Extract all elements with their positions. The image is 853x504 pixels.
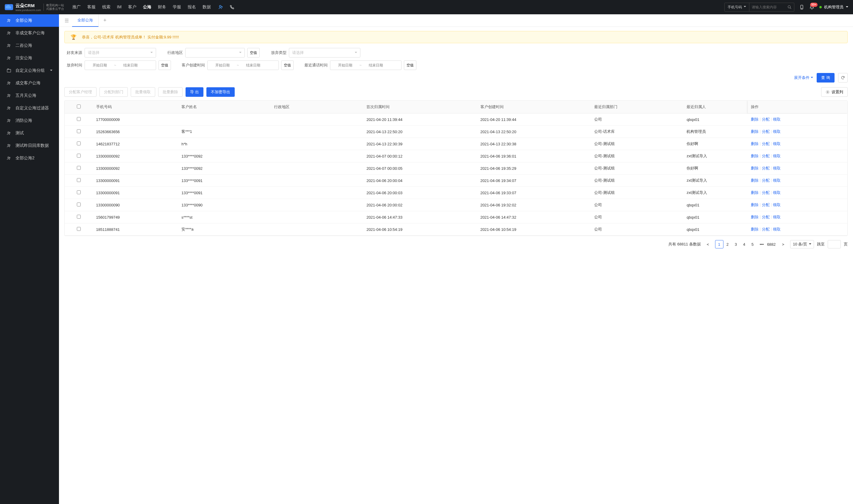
op-assign[interactable]: 分配 (762, 190, 769, 195)
table-row[interactable]: 15263663656客***12021-04-13 22:50:202021-… (65, 126, 847, 138)
sidebar-item-4[interactable]: 自定义公海分组 (0, 64, 59, 77)
page-next[interactable]: > (779, 240, 787, 248)
mobile-icon[interactable] (799, 4, 804, 10)
tab-all-public[interactable]: 全部公海 (72, 14, 98, 27)
op-delete[interactable]: 删除 (751, 178, 759, 183)
op-claim[interactable]: 领取 (773, 154, 781, 159)
user-menu[interactable]: 机构管理员 (819, 4, 848, 10)
page-number[interactable]: 4 (740, 240, 748, 248)
nav-item-4[interactable]: 客户 (128, 4, 137, 10)
table-row[interactable]: 13300000090133****00902021-04-06 20:00:0… (65, 199, 847, 211)
row-checkbox[interactable] (77, 202, 81, 206)
op-assign[interactable]: 分配 (762, 166, 769, 171)
table-row[interactable]: 13300000091133****00912021-04-06 20:00:0… (65, 187, 847, 199)
page-number[interactable]: 1 (715, 240, 723, 248)
row-checkbox[interactable] (77, 129, 81, 133)
page-last[interactable]: 6882 (767, 240, 776, 248)
refresh-button[interactable] (838, 73, 848, 83)
nav-item-6[interactable]: 财务 (158, 4, 166, 10)
nav-item-3[interactable]: IM (117, 4, 122, 10)
op-claim[interactable]: 领取 (773, 166, 781, 171)
abandon-time-range[interactable]: ~ (85, 60, 156, 70)
export-plain-button[interactable]: 不加密导出 (206, 87, 235, 97)
sidebar-item-8[interactable]: 消防公海 (0, 114, 59, 127)
op-claim[interactable]: 领取 (773, 129, 781, 134)
sidebar-item-2[interactable]: 二咨公海 (0, 39, 59, 52)
friend-source-select[interactable]: 请选择 (85, 48, 156, 57)
search-type-select[interactable]: 手机号码 (725, 3, 749, 11)
date-end-input[interactable] (364, 63, 388, 67)
op-delete[interactable]: 删除 (751, 202, 759, 208)
last-call-range[interactable]: ~ (330, 60, 401, 70)
abandon-type-select[interactable]: 请选择 (289, 48, 360, 57)
sidebar-item-3[interactable]: 注安公海 (0, 52, 59, 64)
sidebar-item-6[interactable]: 五月天公海 (0, 89, 59, 102)
assign-manager-button[interactable]: 分配客户经理 (64, 87, 96, 97)
date-end-input[interactable] (119, 63, 142, 67)
op-delete[interactable]: 删除 (751, 117, 759, 122)
page-prev[interactable]: < (704, 240, 712, 248)
nav-item-7[interactable]: 学服 (173, 4, 181, 10)
nav-item-2[interactable]: 线索 (102, 4, 110, 10)
op-claim[interactable]: 领取 (773, 141, 781, 147)
abandon-time-null-button[interactable]: 空值 (159, 60, 171, 70)
last-call-null-button[interactable]: 空值 (404, 60, 416, 70)
row-checkbox[interactable] (77, 215, 81, 219)
op-claim[interactable]: 领取 (773, 202, 781, 208)
create-time-null-button[interactable]: 空值 (281, 60, 294, 70)
op-claim[interactable]: 领取 (773, 190, 781, 195)
nav-item-8[interactable]: 报名 (188, 4, 196, 10)
op-delete[interactable]: 删除 (751, 154, 759, 159)
op-claim[interactable]: 领取 (773, 178, 781, 183)
page-size-select[interactable]: 10 条/页 (790, 240, 814, 248)
op-assign[interactable]: 分配 (762, 227, 769, 232)
op-claim[interactable]: 领取 (773, 227, 781, 232)
date-start-input[interactable] (88, 63, 112, 67)
nav-item-5[interactable]: 公海 (143, 4, 151, 10)
op-assign[interactable]: 分配 (762, 154, 769, 159)
sidebar-item-10[interactable]: 测试昨日回库数据 (0, 139, 59, 152)
row-checkbox[interactable] (77, 227, 81, 231)
sidebar-item-1[interactable]: 非成交客户公海 (0, 27, 59, 39)
page-jump-input[interactable] (828, 240, 841, 248)
table-row[interactable]: 14621837712h*h2021-04-13 22:30:392021-04… (65, 138, 847, 150)
tab-add-button[interactable]: + (98, 17, 111, 23)
op-claim[interactable]: 领取 (773, 117, 781, 122)
sidebar-item-11[interactable]: 全部公海2 (0, 152, 59, 164)
row-checkbox[interactable] (77, 154, 81, 158)
batch-delete-button[interactable]: 批量删除 (158, 87, 183, 97)
expand-filters-link[interactable]: 展开条件 (794, 75, 813, 80)
sidebar-item-0[interactable]: 全部公海 (0, 14, 59, 27)
row-checkbox[interactable] (77, 166, 81, 170)
admin-area-null-button[interactable]: 空值 (247, 48, 260, 57)
assign-dept-button[interactable]: 分配到部门 (99, 87, 128, 97)
op-delete[interactable]: 删除 (751, 190, 759, 195)
op-delete[interactable]: 删除 (751, 214, 759, 220)
date-end-input[interactable] (241, 63, 265, 67)
op-delete[interactable]: 删除 (751, 141, 759, 147)
op-delete[interactable]: 删除 (751, 129, 759, 134)
add-user-icon[interactable] (218, 4, 223, 10)
page-number[interactable]: 3 (732, 240, 740, 248)
batch-claim-button[interactable]: 批量领取 (131, 87, 155, 97)
create-time-range[interactable]: ~ (207, 60, 279, 70)
set-columns-button[interactable]: 设置列 (821, 87, 848, 97)
table-row[interactable]: 13300000092133****00922021-04-07 00:00:1… (65, 150, 847, 162)
op-claim[interactable]: 领取 (773, 214, 781, 220)
phone-icon[interactable] (229, 4, 235, 10)
search-button[interactable] (785, 3, 794, 11)
sidebar-item-5[interactable]: 成交客户公海 (0, 77, 59, 89)
sidebar-item-9[interactable]: 测试 (0, 127, 59, 139)
row-checkbox[interactable] (77, 190, 81, 194)
op-delete[interactable]: 删除 (751, 227, 759, 232)
row-checkbox[interactable] (77, 178, 81, 182)
date-start-input[interactable] (333, 63, 357, 67)
table-row[interactable]: 13300000091133****00912021-04-06 20:00:0… (65, 175, 847, 187)
op-assign[interactable]: 分配 (762, 214, 769, 220)
tab-list-icon[interactable] (61, 18, 72, 23)
table-row[interactable]: 18511888741安****a2021-04-06 10:54:192021… (65, 223, 847, 236)
op-delete[interactable]: 删除 (751, 166, 759, 171)
sidebar-item-7[interactable]: 自定义公海过滤器 (0, 102, 59, 114)
logo[interactable]: 云朵CRM www.yunduocrm.com 教育机构一站式服务云平台 (5, 3, 64, 12)
op-assign[interactable]: 分配 (762, 141, 769, 147)
